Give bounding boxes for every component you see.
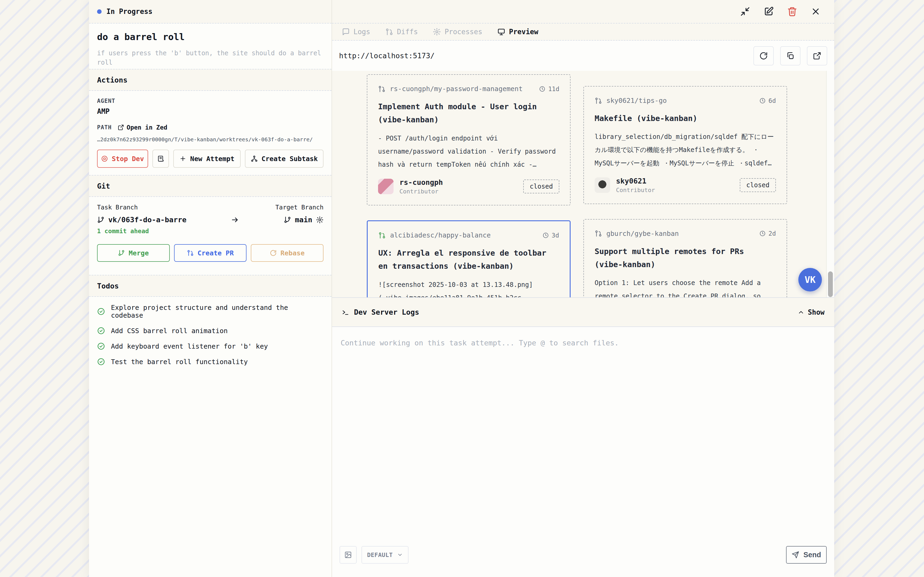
tab-bar: Logs Diffs Processes Preview (332, 24, 834, 40)
todos-section: Explore project structure and understand… (89, 297, 331, 577)
dev-logs-script-button[interactable] (152, 150, 169, 168)
dev-server-logs-bar[interactable]: Dev Server Logs Show (332, 297, 834, 327)
todo-item: Explore project structure and understand… (97, 304, 323, 319)
preview-scrollbar[interactable] (826, 71, 834, 297)
clock-icon (759, 230, 766, 237)
repo-name: alcibiadesc/happy-balance (378, 231, 491, 239)
monitor-icon (497, 28, 505, 36)
pull-request-icon (385, 28, 393, 36)
task-description: if users press the 'b' button, the site … (97, 48, 323, 67)
sidebar: In Progress do a barrel roll if users pr… (89, 0, 332, 577)
pr-title: Implement Auth module - User login (vibe… (378, 100, 559, 127)
collapse-icon[interactable] (740, 6, 750, 16)
model-selector[interactable]: DEFAULT (362, 546, 409, 564)
age-badge: 3d (543, 232, 559, 239)
git-section-header: Git (89, 175, 331, 197)
age-badge: 2d (759, 230, 776, 237)
age-badge: 6d (759, 97, 776, 104)
pr-card[interactable]: gburch/gybe-kanban 2d Support multiple r… (583, 219, 787, 297)
author-role: Contributor (616, 187, 655, 193)
attach-image-button[interactable] (339, 546, 357, 564)
scrollbar-thumb[interactable] (828, 271, 833, 297)
clock-icon (759, 97, 766, 104)
avatar (594, 177, 610, 193)
author-name: rs-cuongph (399, 178, 443, 187)
clock-icon (539, 86, 545, 92)
target-branch-value: main (284, 216, 323, 224)
pr-card[interactable]: sky0621/tips-go 6d Makefile (vibe-kanban… (583, 86, 787, 204)
create-subtask-button[interactable]: Create Subtask (245, 150, 323, 168)
git-merge-icon (118, 250, 125, 256)
external-link-icon (813, 52, 821, 60)
pr-card[interactable]: rs-cuongph/my-password-management 11d Im… (367, 74, 570, 205)
stop-dev-button[interactable]: Stop Dev (97, 150, 148, 168)
repo-name: gburch/gybe-kanban (594, 230, 679, 237)
author-role: Contributor (399, 188, 443, 195)
actions-section: AGENT AMP PATH Open in Zed …2dz0k7n62z93… (89, 91, 331, 175)
show-logs-toggle[interactable]: Show (798, 308, 825, 316)
url-bar: http://localhost:5173/ (332, 40, 834, 71)
create-pr-button[interactable]: Create PR (174, 244, 247, 262)
task-title: do a barrel roll (97, 32, 323, 42)
open-in-zed-link[interactable]: Open in Zed (118, 124, 167, 131)
composer: Continue working on this task attempt...… (332, 327, 834, 577)
dev-server-logs-label: Dev Server Logs (354, 308, 419, 316)
copy-icon (786, 52, 795, 60)
check-circle-icon (97, 342, 105, 350)
check-circle-icon (97, 308, 105, 316)
task-branch-value: vk/063f-do-a-barre (97, 216, 187, 224)
refresh-icon (270, 250, 277, 256)
repo-name: sky0621/tips-go (594, 97, 667, 105)
path-label: PATH (97, 124, 112, 131)
status-label: In Progress (107, 8, 152, 16)
url-input[interactable]: http://localhost:5173/ (339, 52, 747, 60)
image-icon (344, 551, 352, 559)
edit-icon[interactable] (764, 6, 774, 16)
refresh-icon (759, 52, 768, 60)
task-dialog: In Progress do a barrel roll if users pr… (89, 0, 834, 577)
subtask-icon (251, 155, 258, 162)
close-icon[interactable] (811, 6, 821, 16)
terminal-icon (342, 308, 349, 316)
task-branch-label: Task Branch (97, 204, 138, 211)
send-button[interactable]: Send (786, 546, 827, 564)
pr-description: - POST /auth/login endpoint với username… (378, 132, 559, 171)
tab-processes[interactable]: Processes (433, 28, 482, 36)
tab-logs[interactable]: Logs (342, 28, 370, 36)
check-circle-icon (97, 358, 105, 366)
scroll-icon (157, 155, 164, 162)
gear-icon (433, 28, 441, 36)
send-icon (792, 551, 799, 559)
status-badge: closed (523, 179, 559, 193)
agent-value: AMP (97, 107, 323, 115)
pr-description: ![screenshot 2025-10-03 at 13.13.48.png]… (378, 278, 559, 297)
status-dot-icon (97, 9, 102, 14)
agent-label: AGENT (97, 98, 323, 104)
pr-title: Makefile (vibe-kanban) (594, 112, 776, 125)
pr-card-selected[interactable]: alcibiadesc/happy-balance 3d UX: Arregla… (367, 221, 570, 297)
status-header: In Progress (89, 0, 331, 24)
copy-url-button[interactable] (780, 46, 800, 66)
arrow-right-icon (231, 216, 239, 224)
merge-button[interactable]: Merge (97, 244, 170, 262)
worktree-path: …2dz0k7n62z93299r0000gn/T/vibe-kanban/wo… (97, 136, 323, 143)
tab-diffs[interactable]: Diffs (385, 28, 418, 36)
pr-title: UX: Arregla el responsive de toolbar en … (378, 247, 559, 273)
new-attempt-button[interactable]: New Attempt (173, 150, 241, 168)
commits-ahead-status: 1 commit ahead (97, 227, 323, 235)
tab-preview[interactable]: Preview (497, 28, 538, 36)
task-title-section: do a barrel roll if users press the 'b' … (89, 24, 331, 69)
avatar (378, 179, 394, 194)
delete-icon[interactable] (787, 6, 797, 16)
refresh-button[interactable] (753, 46, 774, 66)
todo-item: Add CSS barrel roll animation (97, 327, 323, 335)
vibe-kanban-fab[interactable]: VK (798, 268, 822, 292)
actions-section-header: Actions (89, 69, 331, 91)
message-input[interactable]: Continue working on this task attempt...… (341, 339, 825, 347)
pull-request-icon (378, 85, 386, 93)
gear-icon[interactable] (316, 216, 323, 224)
git-section: Task Branch Target Branch vk/063f-do-a-b… (89, 197, 331, 275)
open-external-button[interactable] (807, 46, 827, 66)
kanban-card-grid: rs-cuongph/my-password-management 11d Im… (367, 74, 794, 297)
rebase-button[interactable]: Rebase (251, 244, 323, 262)
